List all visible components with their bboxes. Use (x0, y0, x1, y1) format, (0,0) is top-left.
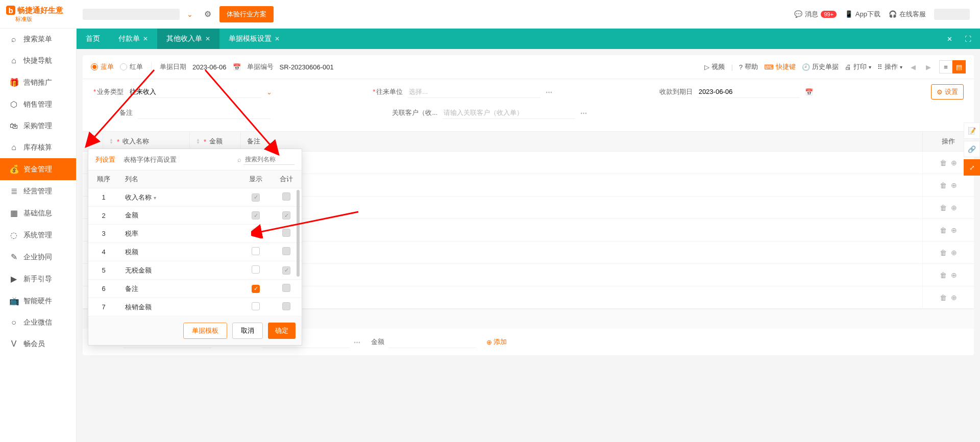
sidebar-item-system[interactable]: ◌系统管理 (0, 224, 76, 246)
calendar-icon[interactable]: 📅 (805, 88, 813, 96)
delete-icon[interactable]: 🗑 (940, 204, 947, 212)
date-value[interactable]: 2023-06-06 (192, 63, 227, 71)
close-icon[interactable]: ✕ (205, 35, 210, 42)
tab-template[interactable]: 单据模板设置✕ (219, 29, 289, 49)
sidebar-item-quicknav[interactable]: ⌂快捷导航 (0, 50, 76, 71)
sidebar-item-operations[interactable]: ≣经营管理 (0, 180, 76, 202)
print-link[interactable]: 🖨打印▾ (845, 62, 871, 71)
calendar-icon[interactable]: 📅 (233, 63, 241, 71)
copy-icon[interactable]: ⊕ (951, 159, 957, 167)
show-checkbox[interactable] (252, 285, 260, 293)
more-icon[interactable]: ⋯ (354, 338, 361, 346)
show-checkbox[interactable] (252, 229, 260, 237)
tab-fullscreen-icon[interactable]: ⛶ (961, 32, 975, 46)
trial-button[interactable]: 体验行业方案 (219, 6, 274, 22)
tab-payment[interactable]: 付款单✕ (109, 29, 157, 49)
sum-checkbox[interactable] (282, 284, 290, 292)
shortcut-link[interactable]: ⌨快捷键 (764, 62, 796, 71)
history-link[interactable]: 🕘历史单据 (802, 62, 839, 71)
popup-row[interactable]: 7核销金额 (88, 298, 302, 316)
sum-checkbox[interactable] (282, 211, 290, 219)
sidebar-item-funds[interactable]: 💰资金管理 (0, 158, 76, 180)
tab-other-income[interactable]: 其他收入单✕ (157, 29, 219, 49)
help-link[interactable]: ?帮助 (739, 62, 758, 71)
popup-search-input[interactable] (243, 154, 295, 165)
scrollbar[interactable] (297, 190, 300, 277)
sidebar-item-inventory[interactable]: ⌂库存核算 (0, 137, 76, 158)
tab-close-all-icon[interactable]: ✕ (942, 32, 957, 46)
party-input[interactable] (408, 86, 541, 98)
app-download-link[interactable]: 📱 App下载 (845, 10, 880, 19)
rail-link-icon[interactable]: 🔗 (964, 141, 980, 157)
popup-row[interactable]: 2金额 (88, 207, 302, 225)
confirm-button[interactable]: 确定 (268, 323, 296, 339)
radio-blue[interactable]: 蓝单 (91, 62, 114, 71)
delete-icon[interactable]: 🗑 (940, 181, 947, 189)
sidebar-item-marketing[interactable]: 🎁营销推广 (0, 71, 76, 93)
show-checkbox[interactable] (252, 247, 260, 255)
grid-header-remark[interactable]: 备注 (241, 132, 923, 151)
sidebar-item-purchase[interactable]: 🛍采购管理 (0, 115, 76, 137)
setting-button[interactable]: ⚙设置 (931, 84, 964, 100)
customer-input[interactable] (443, 107, 575, 119)
settings-gear-icon[interactable]: ⚙ (200, 9, 215, 19)
support-link[interactable]: 🎧 在线客服 (889, 10, 926, 19)
due-input[interactable] (698, 86, 800, 98)
popup-tab-font[interactable]: 表格字体行高设置 (124, 155, 177, 164)
add-button[interactable]: ⊕添加 (486, 337, 507, 347)
delete-icon[interactable]: 🗑 (940, 271, 947, 279)
template-button[interactable]: 单据模板 (183, 323, 227, 339)
copy-icon[interactable]: ⊕ (951, 249, 957, 257)
copy-icon[interactable]: ⊕ (951, 204, 957, 212)
popup-row[interactable]: 4税额 (88, 243, 302, 261)
user-avatar-redacted[interactable] (934, 9, 970, 20)
popup-row[interactable]: 1收入名称 ▾ (88, 188, 302, 207)
tab-home[interactable]: 首页 (77, 29, 109, 49)
radio-red[interactable]: 红单 (120, 62, 143, 71)
delete-icon[interactable]: 🗑 (940, 159, 947, 167)
sidebar-item-sales[interactable]: ⬡销售管理 (0, 93, 76, 115)
amount-input[interactable] (388, 336, 476, 348)
sidebar-item-basicinfo[interactable]: ▦基础信息 (0, 202, 76, 224)
copy-icon[interactable]: ⊕ (951, 271, 957, 279)
sum-checkbox[interactable] (282, 247, 290, 255)
more-icon[interactable]: ⋯ (546, 88, 553, 96)
sidebar-item-search[interactable]: ⌕搜索菜单 (0, 29, 76, 50)
view-detail-icon[interactable]: ▤ (952, 60, 966, 73)
popup-row[interactable]: 5无税金额 (88, 261, 302, 280)
copy-icon[interactable]: ⊕ (951, 293, 957, 302)
sidebar-item-smarthw[interactable]: 📺智能硬件 (0, 290, 76, 312)
copy-icon[interactable]: ⊕ (951, 181, 957, 189)
delete-icon[interactable]: 🗑 (940, 249, 947, 257)
sidebar-item-wework[interactable]: ○企业微信 (0, 312, 76, 333)
popup-row[interactable]: 6备注 (88, 280, 302, 298)
rail-expand-icon[interactable]: ⤢ (964, 159, 980, 176)
show-checkbox[interactable] (252, 193, 260, 202)
close-icon[interactable]: ✕ (275, 35, 280, 42)
sum-checkbox[interactable] (282, 192, 290, 201)
show-checkbox[interactable] (252, 265, 260, 274)
sum-checkbox[interactable] (282, 229, 290, 237)
show-checkbox[interactable] (252, 211, 260, 219)
prev-icon[interactable]: ◀ (909, 63, 918, 71)
delete-icon[interactable]: 🗑 (940, 293, 947, 302)
show-checkbox[interactable] (252, 302, 260, 310)
popup-tab-columns[interactable]: 列设置 (95, 155, 115, 164)
video-link[interactable]: ▷视频 (704, 62, 725, 71)
sidebar-item-member[interactable]: V畅会员 (0, 333, 76, 355)
more-icon[interactable]: ⋯ (580, 109, 587, 117)
sidebar-item-collab[interactable]: ✎企业协同 (0, 246, 76, 268)
dropdown-icon[interactable]: ⌄ (266, 88, 272, 96)
close-icon[interactable]: ✕ (143, 35, 148, 42)
sum-checkbox[interactable] (282, 302, 290, 310)
message-link[interactable]: 💬 消息 99+ (794, 10, 837, 19)
operate-link[interactable]: ⠿操作▾ (877, 62, 902, 71)
copy-icon[interactable]: ⊕ (951, 226, 957, 234)
remark-input[interactable] (138, 107, 271, 119)
sidebar-item-guide[interactable]: ▶新手引导 (0, 268, 76, 290)
popup-row[interactable]: 3税率 (88, 225, 302, 243)
sum-checkbox[interactable] (282, 266, 290, 275)
delete-icon[interactable]: 🗑 (940, 226, 947, 234)
biz-type-input[interactable] (129, 86, 261, 98)
company-dropdown-icon[interactable]: ⌄ (184, 10, 196, 18)
